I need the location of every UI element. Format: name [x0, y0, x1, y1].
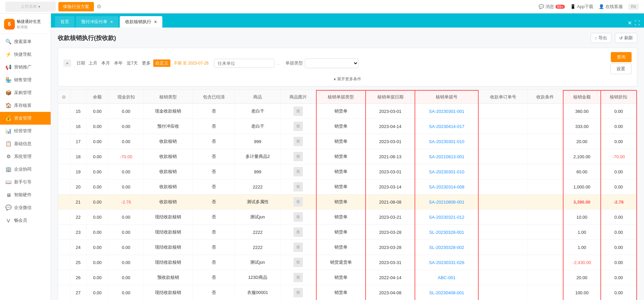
table-row: 200.000.00收款核销否2222图销货单2023-03-14SA-2023…	[58, 179, 637, 195]
doc-link[interactable]: SA-20230314-008	[429, 184, 465, 189]
app-download-btn[interactable]: 📱 App下载	[570, 4, 593, 10]
sidebar-item-member[interactable]: V 畅会员	[0, 214, 51, 227]
date-more[interactable]: 更多	[141, 59, 152, 67]
date-last-month[interactable]: 上月	[87, 59, 99, 67]
sidebar-item-purchase[interactable]: 📦 采购管理	[0, 86, 51, 99]
col-cancel-amount-cell: -2,430.00	[563, 255, 601, 270]
col-settings: ⚙	[58, 90, 70, 104]
quick-nav-icon: ⚡	[5, 51, 11, 57]
col-include-settled-cell: 否	[193, 179, 235, 195]
tab-maximize-btn[interactable]: ⛶	[635, 20, 640, 26]
sidebar-item-guide[interactable]: 📖 新手引导	[0, 176, 51, 188]
expand-more-btn[interactable]: ▾ 展开更多条件	[334, 76, 361, 82]
guide-icon: 📖	[5, 179, 11, 185]
gear-icon[interactable]: ⚙	[97, 3, 101, 10]
col-cancel-doc-date-cell: 2023-03-01	[366, 164, 415, 179]
doc-link[interactable]: SA-20230414-017	[429, 124, 465, 129]
export-btn[interactable]: ↑ 导出	[591, 33, 612, 43]
col-receipt-condition-cell	[527, 179, 563, 195]
industry-btn[interactable]: 体验行业方案	[58, 2, 94, 11]
table-row: 180.00-70.00收款核销否多计量商品2图销货单2021-08-13SA-…	[58, 149, 637, 164]
refresh-btn[interactable]: ↺ 刷新	[615, 33, 637, 43]
sidebar-item-finance[interactable]: 💰 资金管理	[0, 112, 51, 125]
doc-link[interactable]: SA-20230321-012	[429, 215, 465, 220]
tab-prepay[interactable]: 预付冲应付单 ✕	[76, 16, 118, 28]
col-product-cell: 测试jun	[235, 255, 281, 270]
sidebar-item-label: 库存核算	[14, 102, 32, 109]
query-btn[interactable]: 查询	[611, 52, 632, 62]
doc-link[interactable]: ABC-001	[438, 275, 455, 280]
sidebar-item-basic-info[interactable]: 📋 基础信息	[0, 137, 51, 150]
doc-link[interactable]: SA-20230331-026	[429, 260, 465, 265]
col-cancel-doc-date-cell: 2023-03-14	[366, 179, 415, 195]
col-cancel-type: 核销类型	[144, 90, 193, 104]
col-settings-cell	[58, 195, 70, 210]
sidebar-item-system[interactable]: ⚙ 系统管理	[0, 150, 51, 163]
doc-link[interactable]: SA-20210808-001	[429, 200, 465, 205]
sidebar-item-operations[interactable]: 📊 经营管理	[0, 125, 51, 137]
col-receipt-order-no-cell	[478, 225, 527, 240]
col-product: 商品	[235, 90, 281, 104]
col-cancel-doc-date-cell: 2023-03-28	[366, 225, 415, 240]
col-cancel-doc-no-cell: SL-20230328-002	[415, 240, 478, 255]
date-this-month[interactable]: 本月	[100, 59, 111, 67]
date-7days[interactable]: 近7天	[125, 59, 139, 67]
filter-settings-btn[interactable]: 设置	[610, 63, 632, 74]
filter-expand-btn[interactable]: »	[63, 59, 71, 67]
sidebar-item-enterprise[interactable]: 🏢 企业协同	[0, 163, 51, 176]
doc-link[interactable]: SA-20230301-010	[429, 169, 465, 174]
doc-link[interactable]: SA-20210813-001	[429, 154, 465, 159]
online-service-btn[interactable]: 👤 在线客服	[599, 4, 623, 10]
col-receipt-condition-cell	[527, 240, 563, 255]
sidebar-item-quick-nav[interactable]: ⚡ 快捷导航	[0, 48, 51, 61]
date-label: 日期	[76, 60, 85, 66]
sidebar-item-search-menu[interactable]: 🔍 搜索菜单	[0, 35, 51, 48]
col-product-image-cell: 图	[281, 255, 316, 270]
company-input[interactable]	[214, 59, 274, 68]
col-cancel-doc-date-cell: 2023-04-14	[366, 119, 415, 134]
doc-link[interactable]: SL-20230328-002	[429, 245, 464, 250]
col-settings-cell	[58, 270, 70, 285]
company-selector[interactable]: 公司名称 ▾	[5, 2, 56, 12]
tab-home[interactable]: 首页	[55, 16, 74, 28]
table-row: 210.00-2.76收款核销否测试多属性图销货单2021-08-08SA-20…	[58, 195, 637, 210]
col-cancel-doc-type-cell: 销货单	[316, 164, 366, 179]
doc-link[interactable]: SL-20230328-001	[429, 230, 464, 235]
tab-prepay-close[interactable]: ✕	[110, 20, 113, 24]
top-bar-right: 💬 消息 99+ 📱 App下载 👤 在线客服 Rit	[539, 4, 639, 10]
date-custom[interactable]: 自定义	[153, 59, 170, 67]
sidebar-item-wechat[interactable]: 💬 企业微信	[0, 201, 51, 214]
col-product-image-cell: 图	[281, 225, 316, 240]
doc-link[interactable]: SA-20230301-010	[429, 139, 465, 144]
tab-receipts[interactable]: 收款核销执行 ✕	[120, 16, 162, 28]
tab-bar: 首页 预付冲应付单 ✕ 收款核销执行 ✕ ✕ ⛶	[51, 13, 644, 28]
col-cancel-type-cell: 现金收款核销	[144, 104, 193, 119]
filter-bar: » 日期 上月 本月 本年 近7天 更多 自定义	[58, 48, 637, 86]
doctype-label: 单据类型	[285, 60, 303, 66]
sidebar-item-inventory[interactable]: 🏠 库存核算	[0, 99, 51, 112]
sidebar-item-hardware[interactable]: 🖥 智能硬件	[0, 188, 51, 201]
user-avatar[interactable]: Rit	[628, 4, 639, 10]
sidebar-item-label: 新手引导	[14, 179, 32, 185]
col-balance-cell: 0.00	[86, 255, 108, 270]
col-cancel-doc-no: 核销单据号	[415, 90, 478, 104]
message-btn[interactable]: 💬 消息 99+	[539, 4, 565, 10]
tab-receipts-close[interactable]: ✕	[154, 20, 157, 24]
doc-link[interactable]: SA-20230301-001	[429, 109, 465, 114]
sidebar-item-label: 企业微信	[14, 205, 32, 211]
sidebar-item-marketing[interactable]: 📢 营销推广	[0, 61, 51, 74]
col-settings-cell	[58, 225, 70, 240]
date-this-year[interactable]: 本年	[113, 59, 124, 67]
doctype-select[interactable]	[305, 58, 359, 68]
col-cancel-doc-no-cell: SA-20230301-010	[415, 134, 478, 149]
col-seq-cell: 16	[70, 119, 86, 134]
tab-close-all-btn[interactable]: ✕	[628, 20, 632, 26]
col-receipt-condition-cell	[527, 255, 563, 270]
logo-text: 畅捷通好生意 标准版	[17, 19, 41, 29]
sidebar-item-sales[interactable]: 🏪 销售管理	[0, 74, 51, 86]
table-settings-icon[interactable]: ⚙	[62, 94, 66, 100]
doc-link[interactable]: SL-20230408-001	[429, 290, 464, 295]
col-cancel-doc-date-cell: 2022-04-14	[366, 270, 415, 285]
date-links: 上月 本月 本年 近7天 更多 自定义	[87, 59, 170, 67]
col-cancel-doc-no-cell: SA-20230301-001	[415, 104, 478, 119]
